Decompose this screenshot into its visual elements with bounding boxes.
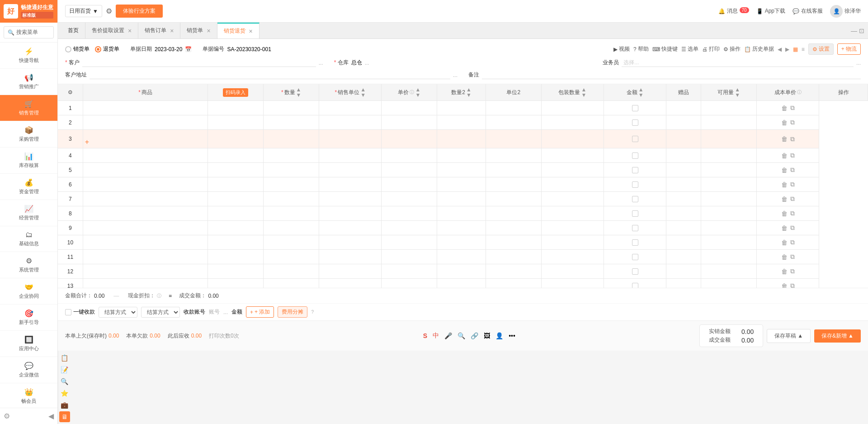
unit2-cell[interactable] — [437, 130, 486, 148]
copy-icon[interactable]: ⧉ — [790, 135, 795, 143]
amount-cell[interactable] — [541, 235, 604, 250]
minimize-icon[interactable]: — — [851, 27, 857, 34]
cost-cell[interactable] — [701, 264, 757, 279]
amount-cell[interactable] — [541, 148, 604, 163]
unit-cell[interactable] — [264, 177, 319, 192]
delete-icon[interactable]: 🗑 — [781, 239, 788, 246]
available-cell[interactable] — [666, 221, 701, 235]
pack-cell[interactable] — [486, 177, 541, 192]
restore-icon[interactable]: ⊡ — [859, 27, 864, 34]
gift-cell[interactable] — [604, 101, 666, 115]
qty-cell[interactable] — [208, 115, 264, 130]
right-icon-6[interactable]: 🖥 — [59, 411, 70, 422]
gift-checkbox[interactable] — [632, 119, 638, 126]
pack-cell[interactable] — [486, 206, 541, 221]
available-cell[interactable] — [666, 279, 701, 288]
gift-cell[interactable] — [604, 235, 666, 250]
qty2-cell[interactable] — [382, 235, 437, 250]
customer-dots[interactable]: ... — [319, 60, 323, 66]
gift-cell[interactable] — [604, 115, 666, 130]
pack-cell[interactable] — [486, 115, 541, 130]
sidebar-item-sales[interactable]: 🛒 销售管理 — [0, 95, 57, 121]
cost-cell[interactable] — [701, 235, 757, 250]
available-cell[interactable] — [666, 163, 701, 177]
price-cell[interactable] — [319, 206, 382, 221]
available-cell[interactable] — [666, 177, 701, 192]
gift-cell[interactable] — [604, 163, 666, 177]
goods-input[interactable] — [85, 132, 206, 138]
goods-cell[interactable] — [83, 206, 208, 221]
copy-icon[interactable]: ⧉ — [790, 224, 795, 232]
qty-cell[interactable] — [208, 101, 264, 115]
copy-icon[interactable]: ⧉ — [790, 282, 795, 288]
delete-icon[interactable]: 🗑 — [781, 152, 788, 159]
tab-sales-order[interactable]: 销售订单 × — [138, 23, 180, 38]
price-cell[interactable] — [319, 148, 382, 163]
goods-cell[interactable] — [83, 192, 208, 206]
gift-checkbox[interactable] — [632, 105, 638, 111]
unit-cell[interactable] — [264, 115, 319, 130]
amount-cell[interactable] — [541, 250, 604, 264]
sidebar-item-app[interactable]: 🔲 应用中心 — [0, 331, 57, 357]
nav-next-icon[interactable]: ▶ — [785, 46, 789, 52]
user-profile[interactable]: 👤 徐泽华 — [830, 5, 861, 18]
qty-cell[interactable] — [208, 235, 264, 250]
unit-cell[interactable] — [264, 206, 319, 221]
add-logistics-button[interactable]: + 物流 — [837, 43, 861, 55]
cost-cell[interactable] — [701, 192, 757, 206]
history-btn[interactable]: 📋 历史单据 — [744, 45, 774, 53]
salesman-input[interactable] — [622, 58, 854, 67]
unit-cell[interactable] — [264, 192, 319, 206]
notice-button[interactable]: 🔔 消息 70 — [718, 7, 749, 15]
tab-sales-return[interactable]: 销货退货 × — [217, 23, 259, 38]
pack-cell[interactable] — [486, 235, 541, 250]
qty-cell[interactable] — [208, 264, 264, 279]
copy-icon[interactable]: ⧉ — [790, 238, 795, 246]
gift-checkbox[interactable] — [632, 268, 638, 275]
gift-cell[interactable] — [604, 250, 666, 264]
gift-checkbox[interactable] — [632, 239, 638, 246]
qty-cell[interactable] — [208, 130, 264, 148]
delete-icon[interactable]: 🗑 — [781, 105, 788, 112]
copy-icon[interactable]: ⧉ — [790, 195, 795, 203]
cost-cell[interactable] — [701, 130, 757, 148]
unit2-cell[interactable] — [437, 192, 486, 206]
gift-checkbox[interactable] — [632, 283, 638, 288]
customer-input[interactable] — [82, 58, 316, 67]
delete-icon[interactable]: 🗑 — [781, 268, 788, 275]
pack-cell[interactable] — [486, 279, 541, 288]
gift-cell[interactable] — [604, 279, 666, 288]
address-input[interactable] — [90, 71, 450, 79]
amount-cell[interactable] — [541, 221, 604, 235]
qty2-cell[interactable] — [382, 101, 437, 115]
qty2-cell[interactable] — [382, 264, 437, 279]
tab-price-setting[interactable]: 售价提取设置 × — [85, 23, 138, 38]
right-icon-2[interactable]: 📝 — [59, 364, 70, 375]
copy-icon[interactable]: ⧉ — [790, 267, 795, 275]
qty-cell[interactable] — [208, 177, 264, 192]
address-dots[interactable]: ... — [453, 72, 458, 78]
tab-close-icon[interactable]: × — [249, 28, 253, 35]
remark-input[interactable] — [482, 71, 861, 79]
delete-icon[interactable]: 🗑 — [781, 181, 788, 188]
gift-checkbox[interactable] — [632, 225, 638, 231]
sidebar-item-finance[interactable]: 💰 资金管理 — [0, 174, 57, 200]
th-scan[interactable]: 扫码录入 — [208, 84, 264, 101]
sidebar-item-marketing[interactable]: 📢 营销推广 — [0, 69, 57, 95]
goods-cell[interactable] — [83, 264, 208, 279]
shortcut-btn[interactable]: ⌨ 快捷键 — [652, 45, 678, 53]
sidebar-item-member[interactable]: 👑 畅会员 — [0, 383, 57, 408]
help-btn[interactable]: ? 帮助 — [633, 45, 649, 53]
sidebar-item-operation[interactable]: 📈 经营管理 — [0, 200, 57, 226]
print-btn[interactable]: 🖨 打印 — [702, 45, 720, 53]
copy-icon[interactable]: ⧉ — [790, 104, 795, 112]
grid-view-icon[interactable]: ▦ — [793, 46, 798, 52]
gift-cell[interactable] — [604, 148, 666, 163]
unit2-cell[interactable] — [437, 250, 486, 264]
delete-icon[interactable]: 🗑 — [781, 253, 788, 261]
qty2-cell[interactable] — [382, 177, 437, 192]
delete-icon[interactable]: 🗑 — [781, 167, 788, 174]
warehouse-dots[interactable]: ... — [365, 60, 369, 66]
amount-cell[interactable] — [541, 279, 604, 288]
qty2-cell[interactable] — [382, 250, 437, 264]
